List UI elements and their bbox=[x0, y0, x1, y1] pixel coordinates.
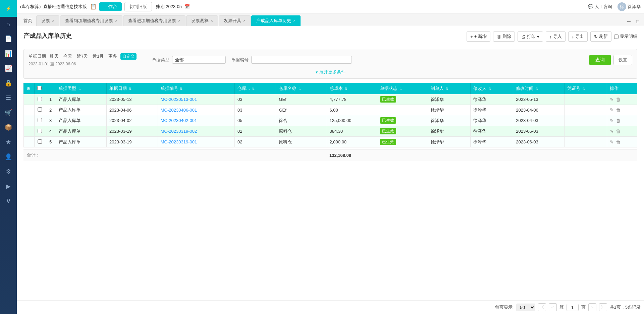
row-checkbox[interactable] bbox=[38, 129, 42, 133]
th-voucher[interactable]: 凭证号 ⇅ bbox=[564, 83, 607, 94]
sidebar-item-shop[interactable]: 🛒 bbox=[0, 105, 17, 120]
help-button[interactable]: 💬 人工咨询 bbox=[588, 4, 612, 10]
row-checkbox[interactable] bbox=[38, 107, 42, 112]
tab-invoice[interactable]: 发票 × bbox=[36, 15, 59, 26]
tab-invoice-calc-close[interactable]: × bbox=[211, 18, 213, 23]
tab-check-sales-vat-close[interactable]: × bbox=[115, 18, 117, 23]
refresh-button[interactable]: ↻ 刷新 bbox=[590, 32, 611, 42]
sidebar-item-v[interactable]: V bbox=[0, 194, 17, 208]
th-status[interactable]: 单据状态 ⇅ bbox=[377, 83, 428, 94]
row-edit-icon[interactable]: ✎ bbox=[610, 139, 614, 145]
tab-home[interactable]: 首页 bbox=[20, 16, 36, 26]
tab-invoice-open-close[interactable]: × bbox=[243, 18, 246, 23]
sidebar-item-lock[interactable]: 🔒 bbox=[0, 76, 17, 90]
doc-number-link[interactable]: MC-20230402-001 bbox=[161, 118, 197, 123]
th-modifier[interactable]: 修改人 ⇅ bbox=[470, 83, 513, 94]
row-creator: 徐泽华 bbox=[428, 94, 470, 105]
expand-more-btn[interactable]: ▾ 展开更多条件 bbox=[29, 69, 632, 75]
row-edit-icon[interactable]: ✎ bbox=[610, 129, 614, 134]
shortcut-more[interactable]: 更多 bbox=[107, 53, 118, 60]
export-icon: ↓ bbox=[572, 34, 574, 39]
print-icon: 🖨 bbox=[521, 34, 526, 39]
row-checkbox[interactable] bbox=[38, 139, 42, 144]
custom-date-tag[interactable]: 自定义 bbox=[120, 53, 137, 60]
row-edit-icon[interactable]: ✎ bbox=[610, 97, 614, 102]
filter-row-main: 单据日期 昨天 今天 近7天 近1月 更多 自定义 2023-01-01 至 2… bbox=[29, 53, 632, 67]
th-total-cost[interactable]: 总成本 ⇅ bbox=[327, 83, 377, 94]
th-date[interactable]: 单据日期 ⇅ bbox=[107, 83, 158, 94]
summary-row: 合计： 132,168.08 bbox=[23, 149, 637, 161]
th-number[interactable]: 单据编号 ⇅ bbox=[158, 83, 234, 94]
select-all-checkbox[interactable] bbox=[37, 86, 42, 90]
sidebar-item-star[interactable]: ★ bbox=[0, 135, 17, 149]
row-edit-icon[interactable]: ✎ bbox=[610, 107, 614, 113]
row-type: 产品入库单 bbox=[56, 126, 107, 137]
tab-invoice-open[interactable]: 发票开具 × bbox=[219, 15, 251, 26]
last-page-button[interactable]: 》 bbox=[599, 303, 607, 311]
row-voucher bbox=[564, 94, 607, 105]
row-modifier: 徐泽华 bbox=[470, 94, 513, 105]
row-delete-icon[interactable]: 🗑 bbox=[616, 129, 621, 134]
export-button[interactable]: ↓ 导出 bbox=[568, 32, 588, 42]
doc-number-link[interactable]: MC-20230319-002 bbox=[161, 129, 197, 134]
tab-check-purchase-vat[interactable]: 查看进项增值税专用发票 × bbox=[123, 15, 185, 26]
tab-invoice-close[interactable]: × bbox=[52, 18, 54, 23]
shortcut-yesterday[interactable]: 昨天 bbox=[49, 53, 60, 60]
shortcut-1month[interactable]: 近1月 bbox=[91, 53, 105, 60]
import-button[interactable]: ↑ 导入 bbox=[546, 32, 566, 42]
row-checkbox[interactable] bbox=[38, 97, 42, 101]
sidebar-item-invoice[interactable]: 📄 bbox=[0, 32, 17, 46]
tab-product-instock-history[interactable]: 产成品入库单历史 × bbox=[251, 15, 301, 26]
first-page-button[interactable]: 《 bbox=[538, 303, 546, 311]
sidebar-item-chart[interactable]: 📈 bbox=[0, 61, 17, 76]
shortcut-7days[interactable]: 近7天 bbox=[75, 53, 89, 60]
delete-button[interactable]: 🗑 删除 bbox=[493, 32, 515, 42]
shortcut-today[interactable]: 今天 bbox=[62, 53, 73, 60]
calendar-icon[interactable]: 📅 bbox=[184, 4, 190, 9]
sidebar-item-report[interactable]: 📊 bbox=[0, 46, 17, 61]
page-number-input[interactable] bbox=[567, 304, 579, 311]
th-type[interactable]: 单据类型 ⇅ bbox=[56, 83, 107, 94]
filter-settings-button[interactable]: 设置 bbox=[613, 55, 632, 65]
row-settings-icon bbox=[24, 94, 35, 105]
sidebar-item-list[interactable]: ☰ bbox=[0, 90, 17, 105]
type-filter-select[interactable]: 全部 产品入库单 bbox=[172, 56, 226, 64]
th-modify-time[interactable]: 修改时间 ⇅ bbox=[513, 83, 565, 94]
print-button[interactable]: 🖨 打印 ▾ bbox=[518, 32, 543, 42]
tab-invoice-calc[interactable]: 发票测算 × bbox=[186, 15, 218, 26]
number-filter-input[interactable] bbox=[251, 56, 352, 64]
row-delete-icon[interactable]: 🗑 bbox=[616, 139, 621, 145]
next-page-button[interactable]: ＞ bbox=[588, 303, 596, 311]
minimize-button[interactable]: ─ bbox=[626, 18, 632, 24]
row-edit-icon[interactable]: ✎ bbox=[610, 118, 614, 123]
prev-page-button[interactable]: ＜ bbox=[549, 303, 557, 311]
th-warehouse-code[interactable]: 仓库... ⇅ bbox=[235, 83, 276, 94]
row-checkbox[interactable] bbox=[38, 118, 42, 122]
switch-version-button[interactable]: 切到旧版 bbox=[124, 2, 152, 11]
query-button[interactable]: 查询 bbox=[589, 55, 611, 65]
tab-product-instock-history-close[interactable]: × bbox=[293, 18, 296, 23]
row-delete-icon[interactable]: 🗑 bbox=[616, 107, 621, 113]
sidebar-item-home[interactable]: ⌂ bbox=[0, 17, 17, 32]
sidebar-item-play[interactable]: ▶ bbox=[0, 179, 17, 194]
doc-number-link[interactable]: MC-20230513-001 bbox=[161, 97, 197, 102]
th-settings[interactable]: ⚙ bbox=[24, 83, 35, 94]
row-delete-icon[interactable]: 🗑 bbox=[616, 118, 621, 123]
maximize-button[interactable]: □ bbox=[635, 18, 641, 24]
tab-check-sales-vat[interactable]: 查看销项增值税专用发票 × bbox=[60, 15, 122, 26]
user-menu[interactable]: 徐 徐泽华 bbox=[618, 2, 641, 11]
th-warehouse-name[interactable]: 仓库名称 ⇅ bbox=[276, 83, 327, 94]
new-button[interactable]: + + 新增 bbox=[467, 32, 490, 42]
tab-check-purchase-vat-close[interactable]: × bbox=[178, 18, 180, 23]
row-delete-icon[interactable]: 🗑 bbox=[616, 97, 621, 102]
sidebar-item-person[interactable]: 👤 bbox=[0, 149, 17, 164]
sidebar-item-box[interactable]: 📦 bbox=[0, 120, 17, 135]
sidebar-item-settings[interactable]: ⚙ bbox=[0, 164, 17, 179]
th-creator[interactable]: 制单人 ⇅ bbox=[428, 83, 470, 94]
workbench-button[interactable]: 工作台 bbox=[99, 2, 122, 11]
doc-number-link[interactable]: MC-20230319-001 bbox=[161, 139, 197, 144]
show-detail-checkbox[interactable] bbox=[614, 35, 619, 39]
show-detail-checkbox-label[interactable]: 显示明细 bbox=[614, 34, 637, 40]
per-page-select[interactable]: 50 100 200 bbox=[517, 304, 535, 311]
doc-number-link[interactable]: MC-20230406-001 bbox=[161, 108, 197, 113]
